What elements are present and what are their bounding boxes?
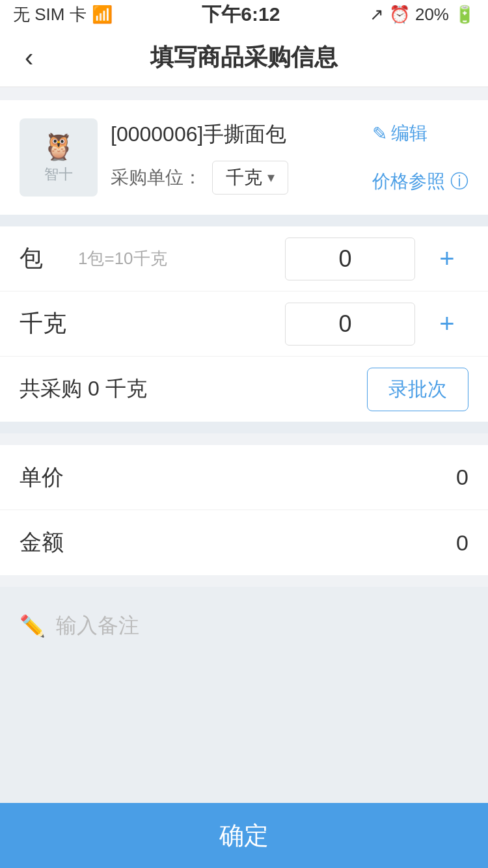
product-image: 🦉 智十 <box>20 118 98 197</box>
wifi-icon: 📶 <box>92 5 113 25</box>
price-ref-label: 价格参照 <box>372 171 445 191</box>
price-section: 单价 0 金额 0 <box>0 445 488 575</box>
bag-increment-button[interactable]: + <box>426 237 468 280</box>
amount-value: 0 <box>456 530 468 556</box>
price-reference-button[interactable]: 价格参照 ⓘ <box>372 169 468 194</box>
page-title: 填写商品采购信息 <box>150 42 338 74</box>
nav-bar: ‹ 填写商品采购信息 <box>0 29 488 87</box>
battery-level: 20% <box>415 5 449 25</box>
unit-price-value: 0 <box>456 465 468 490</box>
product-name: [0000006]手撕面包 <box>111 120 359 149</box>
product-card: 🦉 智十 [0000006]手撕面包 采购单位： 千克 ▾ ✎ 编辑 价格参照 … <box>0 100 488 215</box>
amount-row: 金额 0 <box>0 510 488 575</box>
product-card-actions: ✎ 编辑 价格参照 ⓘ <box>372 118 468 197</box>
kg-input-wrap: + <box>72 303 468 346</box>
bag-label: 包 <box>20 243 72 275</box>
product-owl-icon: 🦉 <box>42 131 75 162</box>
section-divider-2 <box>0 422 488 433</box>
notes-placeholder: 输入备注 <box>56 612 139 640</box>
batch-record-button[interactable]: 录批次 <box>367 368 468 411</box>
bag-quantity-input[interactable] <box>285 237 415 280</box>
unit-dropdown-icon: ▾ <box>267 169 275 186</box>
unit-price-label: 单价 <box>20 463 64 493</box>
edit-icon: ✎ <box>372 123 387 144</box>
unit-price-row: 单价 0 <box>0 445 488 510</box>
unit-label: 采购单位： <box>111 165 202 190</box>
confirm-button[interactable]: 确定 <box>0 803 488 868</box>
product-info: [0000006]手撕面包 采购单位： 千克 ▾ <box>98 120 372 195</box>
summary-text: 共采购 0 千克 <box>20 375 147 403</box>
unit-selector[interactable]: 千克 ▾ <box>212 161 288 195</box>
unit-value: 千克 <box>226 165 262 190</box>
summary-amount: 0 <box>88 377 105 400</box>
amount-label: 金额 <box>20 528 64 558</box>
kg-increment-button[interactable]: + <box>426 303 468 346</box>
bag-sub-label: 1包=10千克 <box>78 247 167 270</box>
product-unit-row: 采购单位： 千克 ▾ <box>111 161 359 195</box>
quantity-row-bag: 包 1包=10千克 + <box>0 226 488 292</box>
sim-status: 无 SIM 卡 <box>13 3 87 26</box>
notes-icon: ✏️ <box>20 614 46 638</box>
summary-prefix: 共采购 <box>20 377 82 400</box>
quantity-row-kg: 千克 + <box>0 292 488 357</box>
notes-section[interactable]: ✏️ 输入备注 <box>0 587 488 665</box>
status-bar: 无 SIM 卡 📶 下午6:12 ↗ ⏰ 20% 🔋 <box>0 0 488 29</box>
bag-input-wrap: + <box>167 237 468 280</box>
quantity-section: 包 1包=10千克 + 千克 + <box>0 226 488 357</box>
summary-unit: 千克 <box>105 377 147 400</box>
product-image-label: 智十 <box>44 165 73 184</box>
kg-quantity-input[interactable] <box>285 303 415 346</box>
edit-button[interactable]: ✎ 编辑 <box>372 121 427 146</box>
back-button[interactable]: ‹ <box>18 36 40 79</box>
location-icon: ↗ <box>370 5 384 25</box>
battery-icon: 🔋 <box>454 5 475 25</box>
price-ref-icon: ⓘ <box>450 171 468 191</box>
kg-label: 千克 <box>20 308 72 340</box>
status-bar-time: 下午6:12 <box>202 1 280 28</box>
status-bar-left: 无 SIM 卡 📶 <box>13 3 113 26</box>
section-divider-1 <box>0 215 488 226</box>
status-bar-right: ↗ ⏰ 20% 🔋 <box>370 5 475 25</box>
edit-label: 编辑 <box>391 121 427 146</box>
summary-row: 共采购 0 千克 录批次 <box>0 357 488 422</box>
alarm-icon: ⏰ <box>389 5 410 25</box>
